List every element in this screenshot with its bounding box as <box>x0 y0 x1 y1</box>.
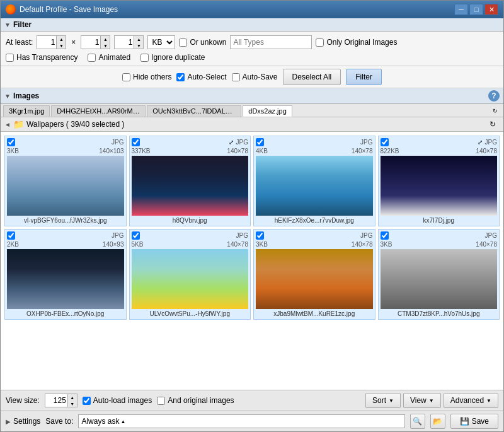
image-checkbox-4[interactable] <box>7 231 15 240</box>
sort-button[interactable]: Sort ▼ <box>365 393 401 408</box>
images-grid-wrap[interactable]: JPG 3KB 140×103 vl-vpBGFY6ou...fJWr3Zks.… <box>1 132 503 390</box>
refresh-tab-btn[interactable]: ↻ <box>490 106 501 116</box>
help-icon[interactable]: ? <box>488 90 500 102</box>
open-folder-btn[interactable]: 📂 <box>430 414 445 429</box>
and-original-checkbox-label[interactable]: And original images <box>157 396 234 405</box>
width-up-btn[interactable]: ▲ <box>57 36 66 42</box>
folder-browse-btn[interactable]: 🔍 <box>410 414 425 429</box>
height-spinners: ▲ ▼ <box>100 36 110 49</box>
or-unknown-checkbox[interactable] <box>179 38 187 47</box>
view-arrow-icon: ▼ <box>429 398 434 404</box>
advanced-button[interactable]: Advanced ▼ <box>444 393 498 408</box>
ignore-duplicate-checkbox-label[interactable]: Ignore duplicate <box>140 53 205 62</box>
image-cell-top-5: JPG <box>132 231 249 240</box>
only-original-checkbox[interactable] <box>316 38 324 47</box>
image-thumb-2[interactable] <box>256 156 373 216</box>
size-up-btn[interactable]: ▲ <box>134 36 143 42</box>
has-transparency-checkbox-label[interactable]: Has Transparency <box>6 53 77 62</box>
settings-label[interactable]: ▶ Settings <box>6 417 40 426</box>
wallpapers-arrow-icon: ◄ <box>4 121 11 128</box>
or-unknown-label: Or unkown <box>190 38 226 47</box>
image-checkbox-3[interactable] <box>381 138 389 146</box>
width-down-btn[interactable]: ▼ <box>57 42 66 49</box>
has-transparency-checkbox[interactable] <box>6 54 14 62</box>
image-checkbox-6[interactable] <box>256 231 264 240</box>
filter-button[interactable]: Filter <box>346 69 382 85</box>
tab-1[interactable]: D4HGZHEtXH...AR90rM.jpg <box>51 105 146 117</box>
height-input[interactable] <box>81 36 100 49</box>
save-button[interactable]: 💾 Save <box>450 414 498 429</box>
image-checkbox-0[interactable] <box>7 138 15 146</box>
image-thumb-6[interactable] <box>256 249 373 309</box>
tab-3[interactable]: dDxs2az.jpg <box>243 105 292 117</box>
view-size-down-btn[interactable]: ▼ <box>68 400 77 407</box>
maximize-button[interactable]: □ <box>469 4 483 15</box>
view-size-up-btn[interactable]: ▲ <box>68 394 77 400</box>
wallpapers-left: ◄ 📁 Wallpapers ( 39/40 selected ) <box>4 119 125 129</box>
image-check-wrap-7 <box>381 231 389 240</box>
auto-select-checkbox-label[interactable]: Auto-Select <box>176 73 226 81</box>
image-thumb-4[interactable] <box>7 249 124 309</box>
auto-load-checkbox[interactable] <box>83 397 91 405</box>
deselect-all-button[interactable]: Deselect All <box>283 69 341 85</box>
image-type-7: JPG <box>485 232 497 239</box>
image-type-6: JPG <box>360 232 372 239</box>
image-type-wrap-1: ⤢ JPG <box>229 139 248 146</box>
type-input[interactable] <box>230 35 312 49</box>
save-to-wrap: Always ask ▲ <box>78 414 404 428</box>
auto-save-checkbox-label[interactable]: Auto-Save <box>232 73 278 81</box>
size-down-btn[interactable]: ▼ <box>134 42 143 49</box>
image-dims-7: 140×78 <box>476 241 497 248</box>
image-checkbox-1[interactable] <box>132 138 140 146</box>
image-checkbox-7[interactable] <box>381 231 389 240</box>
auto-select-checkbox[interactable] <box>176 73 185 81</box>
image-checkbox-5[interactable] <box>132 231 140 240</box>
hide-others-checkbox[interactable] <box>122 73 130 81</box>
view-size-label: View size: <box>6 396 40 405</box>
x-separator: × <box>70 38 77 47</box>
tab-2[interactable]: OUcN3kttBvC...7lDDALg.jpg <box>147 105 241 117</box>
image-check-wrap-2 <box>256 138 264 146</box>
animated-checkbox-label[interactable]: Animated <box>88 53 130 62</box>
or-unknown-checkbox-label[interactable]: Or unkown <box>179 38 226 47</box>
image-size-row-3: 822KB 140×78 <box>381 148 498 155</box>
size-input[interactable] <box>115 36 134 49</box>
height-up-btn[interactable]: ▲ <box>101 36 110 42</box>
auto-load-label: Auto-load images <box>93 396 152 405</box>
animated-checkbox[interactable] <box>88 54 96 62</box>
image-checkbox-2[interactable] <box>256 138 264 146</box>
image-thumb-0[interactable] <box>7 156 124 216</box>
image-thumb-7[interactable] <box>381 249 498 309</box>
minimize-button[interactable]: ─ <box>454 4 468 15</box>
image-size-6: 3KB <box>256 241 268 248</box>
image-type-wrap-2: JPG <box>360 139 372 146</box>
image-size-3: 822KB <box>381 148 399 155</box>
image-cell: JPG 3KB 140×78 xJba9MIwtBM...KuRE1zc.jpg <box>253 229 375 320</box>
close-button[interactable]: ✕ <box>484 4 498 15</box>
only-original-checkbox-label[interactable]: Only Original Images <box>316 38 397 47</box>
image-thumb-5[interactable] <box>132 249 249 309</box>
image-thumb-3[interactable] <box>381 156 498 216</box>
expand-icon-1: ⤢ <box>229 139 234 146</box>
image-filename-0: vl-vpBGFY6ou...fJWr3Zks.jpg <box>7 217 124 224</box>
view-size-input[interactable] <box>45 394 67 407</box>
main-window: Default Profile - Save Images ─ □ ✕ ▼ Fi… <box>0 0 504 432</box>
width-input[interactable] <box>37 36 56 49</box>
always-ask-arrow-icon[interactable]: ▲ <box>120 419 125 424</box>
height-down-btn[interactable]: ▼ <box>101 42 110 49</box>
hide-others-checkbox-label[interactable]: Hide others <box>122 73 171 81</box>
folder-icon: 📁 <box>13 119 24 129</box>
view-button[interactable]: View ▼ <box>403 393 441 408</box>
auto-load-checkbox-label[interactable]: Auto-load images <box>83 396 152 405</box>
auto-save-checkbox[interactable] <box>232 73 240 81</box>
image-type-4: JPG <box>112 232 123 239</box>
image-filename-4: OXHP0b-FBEx...rtOyNo.jpg <box>7 310 124 317</box>
tab-0[interactable]: 3Kgr1m.jpg <box>3 105 50 117</box>
image-filename-1: h8QVbrv.jpg <box>132 217 249 224</box>
image-type-wrap-5: JPG <box>236 232 248 239</box>
ignore-duplicate-checkbox[interactable] <box>140 54 149 62</box>
refresh-button[interactable]: ↻ <box>486 119 500 130</box>
image-thumb-1[interactable] <box>132 156 249 216</box>
and-original-checkbox[interactable] <box>157 397 165 405</box>
size-unit-select[interactable]: KB MB B <box>147 35 175 49</box>
